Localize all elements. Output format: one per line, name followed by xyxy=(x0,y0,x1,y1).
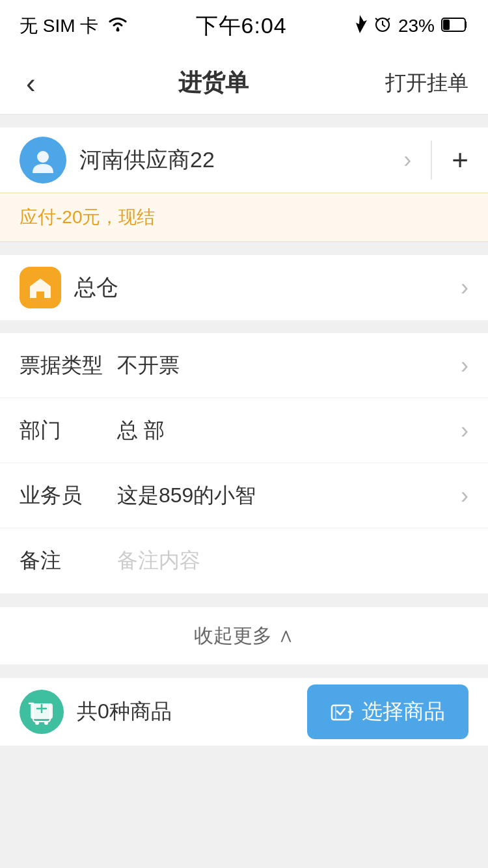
goods-cart-icon xyxy=(20,690,64,734)
location-icon xyxy=(353,15,367,38)
form-section: 票据类型 不开票 › 部门 总 部 › 业务员 这是859的小智 › 备注 备注… xyxy=(0,333,488,593)
remark-label: 备注 xyxy=(20,547,111,575)
supplier-section[interactable]: 河南供应商22 › + xyxy=(0,128,488,193)
svg-rect-5 xyxy=(36,292,44,298)
warehouse-icon xyxy=(20,267,61,308)
nav-bar: ‹ 进货单 打开挂单 xyxy=(0,52,488,115)
svg-rect-3 xyxy=(443,20,450,30)
invoice-type-label: 票据类型 xyxy=(20,351,111,380)
warehouse-section[interactable]: 总仓 › xyxy=(0,255,488,320)
alarm-icon xyxy=(373,15,392,38)
section-gap-1 xyxy=(0,115,488,128)
goods-count-label: 共0种商品 xyxy=(77,698,307,726)
carrier-label: 无 SIM 卡 xyxy=(20,14,98,38)
status-right: 23% xyxy=(353,15,468,38)
supplier-avatar xyxy=(20,137,66,183)
remaining-background xyxy=(0,746,488,868)
status-left: 无 SIM 卡 xyxy=(20,14,129,38)
open-pending-button[interactable]: 打开挂单 xyxy=(385,69,468,98)
invoice-type-value: 不开票 xyxy=(111,351,461,380)
back-button[interactable]: ‹ xyxy=(20,61,42,106)
invoice-type-chevron-icon: › xyxy=(461,352,468,379)
add-supplier-button[interactable]: + xyxy=(452,144,468,176)
collapse-row[interactable]: 收起更多 ∧ xyxy=(0,606,488,665)
department-row[interactable]: 部门 总 部 › xyxy=(0,398,488,463)
select-goods-button[interactable]: 选择商品 xyxy=(307,685,468,739)
department-label: 部门 xyxy=(20,416,111,445)
svg-point-0 xyxy=(116,28,120,31)
remark-input[interactable]: 备注内容 xyxy=(111,547,468,575)
goods-bar: 共0种商品 选择商品 xyxy=(0,678,488,746)
collapse-label: 收起更多 ∧ xyxy=(194,623,293,649)
remark-row[interactable]: 备注 备注内容 xyxy=(0,528,488,593)
supplier-name: 河南供应商22 xyxy=(79,145,403,175)
status-bar: 无 SIM 卡 下午6:04 23% xyxy=(0,0,488,52)
svg-point-7 xyxy=(35,721,39,725)
select-goods-label: 选择商品 xyxy=(362,698,445,726)
battery-label: 23% xyxy=(398,16,435,36)
svg-point-4 xyxy=(37,151,49,163)
page-title: 进货单 xyxy=(42,67,385,99)
notice-text: 应付-20元，现结 xyxy=(20,207,155,227)
department-chevron-icon: › xyxy=(461,417,468,444)
supplier-chevron-icon: › xyxy=(403,146,411,174)
wifi-icon xyxy=(106,15,129,38)
salesperson-row[interactable]: 业务员 这是859的小智 › xyxy=(0,463,488,528)
svg-point-8 xyxy=(44,721,48,725)
salesperson-value: 这是859的小智 xyxy=(111,481,461,510)
supplier-divider xyxy=(431,141,432,180)
salesperson-chevron-icon: › xyxy=(461,482,468,509)
warehouse-chevron-icon: › xyxy=(461,274,468,301)
notice-bar: 应付-20元，现结 xyxy=(0,193,488,242)
department-value: 总 部 xyxy=(111,416,461,445)
warehouse-name: 总仓 xyxy=(74,273,461,303)
battery-icon xyxy=(441,16,468,36)
salesperson-label: 业务员 xyxy=(20,481,111,510)
invoice-type-row[interactable]: 票据类型 不开票 › xyxy=(0,333,488,398)
time-display: 下午6:04 xyxy=(196,11,287,41)
